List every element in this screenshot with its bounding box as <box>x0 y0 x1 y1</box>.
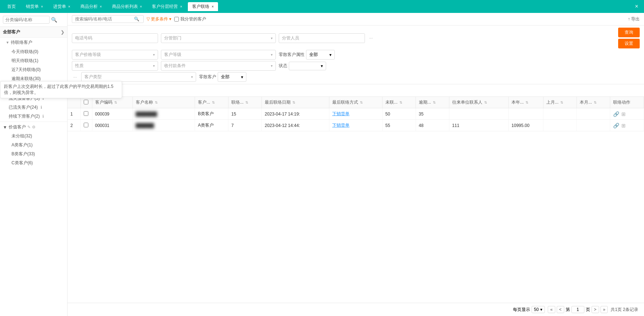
action-link-icon[interactable]: 🔗 <box>613 111 619 117</box>
all-customers-header[interactable]: 全部客户 ❯ <box>0 27 67 38</box>
sort-icon[interactable]: ⇅ <box>155 100 158 104</box>
customer-type-filter[interactable]: 客户类型 ▾ <box>81 72 196 82</box>
tab-close-icon[interactable]: × <box>180 5 182 9</box>
row-name: ██████ <box>133 120 195 131</box>
row-checkbox[interactable] <box>80 120 92 131</box>
status-filter: 状态 ▾ <box>279 62 326 70</box>
sort-icon[interactable]: ⇅ <box>525 100 528 104</box>
col-last-contact-date: 最后联络日期 ⇅ <box>262 97 329 108</box>
payment-filter[interactable]: 收付款条件 ▾ <box>161 61 276 71</box>
row-checkbox[interactable] <box>80 108 92 120</box>
phone-filter[interactable]: 电话号码 <box>72 33 158 43</box>
sort-icon[interactable]: ⇅ <box>114 100 117 104</box>
page-number-input[interactable] <box>571 306 584 313</box>
status-caret-icon: ▾ <box>321 63 323 69</box>
manager-filter[interactable]: 分管人员 <box>279 33 365 43</box>
tab-close-icon[interactable]: × <box>68 5 70 9</box>
row-index: 2 <box>68 120 80 131</box>
sort-icon[interactable]: ⇅ <box>399 100 402 104</box>
my-customers-check[interactable] <box>174 17 179 22</box>
sort-icon[interactable]: ⇅ <box>484 100 487 104</box>
settings-small-icon[interactable]: ⚙ <box>32 125 36 129</box>
sidebar-item-a-class[interactable]: A类客户(1) <box>0 141 67 150</box>
table-toolbar: ⚙ <box>68 84 644 97</box>
search-box[interactable]: 🔍 <box>72 15 144 23</box>
sort-icon[interactable]: ⇅ <box>292 100 295 104</box>
sidebar-search-icon[interactable]: 🔍 <box>51 17 57 23</box>
sidebar-item-tomorrow-pending[interactable]: 明天待联络(1) <box>0 56 67 65</box>
dept-filter[interactable]: 分管部门 ▾ <box>161 33 276 43</box>
tab-purchase-order[interactable]: 进货单 × <box>49 2 75 11</box>
pending-group-header[interactable]: ▼ 待联络客户 <box>0 38 67 47</box>
triangle-icon: ▼ <box>6 41 9 44</box>
sidebar-item-c-class[interactable]: C类客户(6) <box>0 159 67 168</box>
my-customers-checkbox[interactable]: 我分管的客户 <box>174 16 206 22</box>
retail-customer-select[interactable]: 全部 ▾ <box>218 72 246 82</box>
filter-row-1: 电话号码 分管部门 ▾ 分管人员 ··· 查询 设置 <box>72 28 640 48</box>
tab-customer-segmentation[interactable]: 客户分层经营 × <box>148 2 186 11</box>
value-customers-header[interactable]: ▼ 价值客户 ✎ ⚙ <box>0 123 67 132</box>
action-grid-icon[interactable]: ⊞ <box>621 123 626 128</box>
divider <box>0 122 67 122</box>
sort-icon[interactable]: ⇅ <box>594 100 597 104</box>
last-contact-way-link[interactable]: 下销货单 <box>332 111 349 116</box>
tab-close-icon[interactable]: × <box>100 5 102 9</box>
row-select-checkbox[interactable] <box>84 123 88 127</box>
query-button[interactable]: 查询 <box>618 28 640 37</box>
row-select-checkbox[interactable] <box>84 111 88 116</box>
sidebar-item-ungrouped[interactable]: 未分组(32) <box>0 132 67 141</box>
select-all-checkbox[interactable] <box>84 100 88 104</box>
close-all-tabs-button[interactable]: × <box>632 3 641 10</box>
last-contact-way-link[interactable]: 下销货单 <box>332 123 349 128</box>
edit-icon[interactable]: ✎ <box>27 125 31 129</box>
tab-sales-order[interactable]: 销货单 × <box>22 2 47 11</box>
retail-attr-select[interactable]: 全部 ▾ <box>306 50 335 60</box>
settings-button[interactable]: 设置 <box>618 39 640 48</box>
more-conditions-button[interactable]: ▽ 更多条件 ▾ <box>147 16 171 22</box>
search-input[interactable] <box>75 16 133 22</box>
page-size-caret-icon: ▾ <box>540 307 542 312</box>
filter-row-2: 客户价格等级 ▾ 客户等级 ▾ 零散客户属性 全部 ▾ <box>72 50 640 60</box>
action-link-icon[interactable]: 🔗 <box>613 123 619 128</box>
row-code: 000031 <box>92 120 133 131</box>
status-select[interactable]: ▾ <box>289 62 326 70</box>
sidebar-search-input[interactable] <box>3 16 50 24</box>
row-actions: 🔗 ⊞ <box>610 120 644 131</box>
row4-more-icon[interactable]: ··· <box>72 75 78 80</box>
tab-product-analysis-list[interactable]: 商品分析列表 × <box>108 2 147 11</box>
gender-filter[interactable]: 性质 ▾ <box>72 61 158 71</box>
manager-more-icon[interactable]: ··· <box>368 36 374 41</box>
dept-caret-icon: ▾ <box>271 36 273 40</box>
sidebar-item-declining[interactable]: 持续下滑客户(2) ℹ <box>0 112 67 121</box>
search-icon[interactable]: 🔍 <box>134 16 139 22</box>
customer-level-filter[interactable]: 客户等级 ▾ <box>161 50 276 60</box>
tab-close-icon[interactable]: × <box>212 5 214 9</box>
triangle-icon: ▼ <box>3 125 7 130</box>
sidebar-item-7days-pending[interactable]: 近7天待联络(0) <box>0 65 67 74</box>
sort-icon[interactable]: ⇅ <box>212 100 215 104</box>
tab-home[interactable]: 首页 <box>3 2 20 11</box>
export-button[interactable]: ↑ 导出 <box>628 16 640 22</box>
sort-icon[interactable]: ⇅ <box>433 100 436 104</box>
first-page-button[interactable]: « <box>548 306 555 313</box>
next-page-button[interactable]: > <box>592 306 599 313</box>
sort-icon[interactable]: ⇅ <box>245 100 248 104</box>
row-last-contact-way: 下销货单 <box>329 108 382 120</box>
row-this-month <box>577 120 610 131</box>
sidebar-item-churned[interactable]: 已流失客户(24) ℹ <box>0 103 67 112</box>
last-page-button[interactable]: » <box>601 306 608 313</box>
sidebar-item-b-class[interactable]: B类客户(33) <box>0 150 67 159</box>
page-info: 共1页 2条记录 <box>611 307 638 313</box>
sidebar-item-today-pending[interactable]: 今天待联络(0) <box>0 47 67 56</box>
tab-customer-contact[interactable]: 客户联络 × <box>188 2 218 11</box>
sort-icon[interactable]: ⇅ <box>360 100 363 104</box>
sort-icon[interactable]: ⇅ <box>560 100 563 104</box>
collapse-icon[interactable]: ❯ <box>61 30 64 35</box>
tab-close-icon[interactable]: × <box>140 5 142 9</box>
price-level-filter[interactable]: 客户价格等级 ▾ <box>72 50 158 60</box>
action-grid-icon[interactable]: ⊞ <box>621 111 626 117</box>
tab-close-icon[interactable]: × <box>41 5 43 9</box>
page-size-dropdown[interactable]: 50 ▾ <box>532 306 545 313</box>
prev-page-button[interactable]: < <box>557 306 564 313</box>
tab-product-analysis[interactable]: 商品分析 × <box>76 2 106 11</box>
